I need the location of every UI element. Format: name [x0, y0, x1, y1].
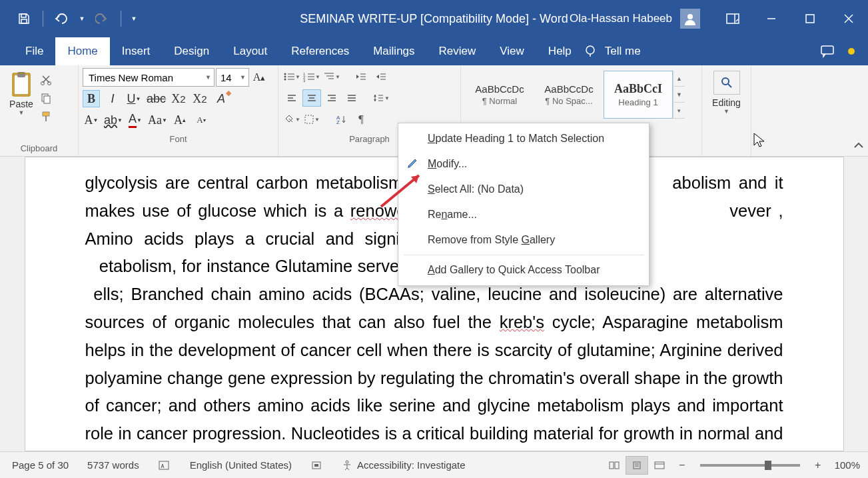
close-button[interactable]: [829, 0, 868, 37]
modify-icon: [406, 157, 418, 171]
save-button[interactable]: [12, 7, 36, 31]
grow-font-button[interactable]: A▴: [250, 69, 268, 86]
tab-help[interactable]: Help: [536, 37, 584, 65]
svg-point-19: [284, 73, 286, 75]
font-name-value: Times New Roman: [89, 72, 173, 83]
view-web-layout[interactable]: [648, 456, 671, 475]
status-macro-icon[interactable]: [310, 460, 322, 471]
bullets-button[interactable]: ▼: [282, 68, 301, 85]
change-case-button[interactable]: Aa ▼: [148, 111, 167, 129]
zoom-out-button[interactable]: −: [676, 459, 688, 471]
svg-rect-10: [821, 46, 833, 54]
svg-rect-72: [655, 462, 664, 469]
tab-design[interactable]: Design: [162, 37, 221, 65]
justify-button[interactable]: [342, 89, 361, 107]
svg-rect-63: [159, 461, 169, 469]
tab-layout[interactable]: Layout: [221, 37, 279, 65]
tab-home[interactable]: Home: [55, 37, 109, 65]
font-color2-button[interactable]: A▼: [83, 111, 100, 129]
status-language[interactable]: English (United States): [190, 459, 292, 471]
svg-point-20: [284, 76, 286, 78]
line-spacing-button[interactable]: ▼: [372, 89, 390, 107]
grow-font2-button[interactable]: A▴: [171, 111, 189, 129]
zoom-level[interactable]: 100%: [835, 459, 860, 471]
underline-button[interactable]: U ▼: [125, 90, 143, 107]
menu-modify[interactable]: Modify...: [398, 151, 649, 177]
menu-select-all[interactable]: Select All: (No Data): [398, 177, 649, 202]
tab-references[interactable]: References: [279, 37, 361, 65]
paste-label: Paste: [9, 99, 33, 109]
tell-me[interactable]: Tell me: [602, 45, 653, 58]
borders-button[interactable]: ▼: [302, 111, 321, 128]
italic-button[interactable]: I: [104, 90, 121, 107]
font-size-combo[interactable]: 14▼: [216, 68, 249, 87]
find-button[interactable]: [713, 71, 740, 95]
font-color-button[interactable]: A ▼: [127, 111, 144, 129]
tab-review[interactable]: Review: [427, 37, 488, 65]
redo-button[interactable]: [90, 7, 114, 31]
cut-button[interactable]: [39, 72, 53, 87]
menu-remove-gallery[interactable]: Remove from Style Gallery: [398, 227, 649, 253]
qat-customize[interactable]: ▼: [128, 7, 140, 31]
collapse-ribbon-button[interactable]: [853, 140, 864, 152]
font-name-combo[interactable]: Times New Roman▼: [83, 68, 215, 87]
style-no-spacing[interactable]: AaBbCcDc ¶ No Spac...: [534, 71, 604, 119]
maximize-button[interactable]: [791, 0, 829, 37]
view-read-mode[interactable]: [603, 456, 626, 475]
svg-point-21: [284, 79, 286, 81]
strikethrough-button[interactable]: abc: [147, 90, 166, 107]
style-heading-1[interactable]: AaBbCcI Heading 1: [604, 71, 673, 119]
format-painter-button[interactable]: [39, 109, 53, 124]
styles-scroll-up[interactable]: ▲: [673, 71, 685, 87]
undo-dropdown[interactable]: ▼: [77, 7, 87, 31]
show-marks-button[interactable]: ¶: [352, 111, 370, 128]
style-normal[interactable]: AaBbCcDc ¶ Normal: [465, 71, 534, 119]
avatar[interactable]: [680, 9, 700, 29]
increase-indent-button[interactable]: [372, 68, 390, 85]
svg-point-2: [687, 14, 693, 19]
undo-button[interactable]: [50, 7, 74, 31]
bold-button[interactable]: B: [83, 90, 100, 107]
tab-view[interactable]: View: [488, 37, 536, 65]
sort-button[interactable]: AZ: [332, 111, 350, 128]
align-right-button[interactable]: [322, 89, 341, 107]
align-center-button[interactable]: [302, 89, 321, 107]
styles-scroll-down[interactable]: ▼: [673, 87, 685, 103]
menu-update-to-match[interactable]: Update Heading 1 to Match Selection: [398, 126, 649, 151]
clear-formatting-button[interactable]: A◆: [213, 90, 230, 107]
decrease-indent-button[interactable]: [352, 68, 370, 85]
group-editing: Editing ▼: [702, 65, 751, 156]
zoom-slider[interactable]: [700, 464, 800, 467]
user-name[interactable]: Ola-Hassan Habeeb: [570, 12, 672, 25]
svg-rect-11: [14, 75, 29, 95]
comments-icon[interactable]: [820, 45, 835, 58]
tab-insert[interactable]: Insert: [110, 37, 163, 65]
view-print-layout[interactable]: [626, 456, 648, 475]
zoom-in-button[interactable]: +: [812, 459, 824, 471]
tab-file[interactable]: File: [13, 37, 55, 65]
shrink-font-button[interactable]: A▾: [193, 111, 210, 129]
menu-rename[interactable]: Rename...: [398, 202, 649, 227]
superscript-button[interactable]: X2: [191, 90, 209, 107]
pending-updates-dot[interactable]: [848, 48, 855, 55]
tab-mailings[interactable]: Mailings: [361, 37, 426, 65]
svg-rect-67: [610, 462, 614, 469]
status-words[interactable]: 5737 words: [87, 459, 139, 471]
minimize-button[interactable]: [752, 0, 791, 37]
shading-button[interactable]: ▼: [282, 111, 301, 128]
status-accessibility[interactable]: Accessibility: Investigate: [341, 459, 466, 471]
subscript-button[interactable]: X2: [170, 90, 187, 107]
align-left-button[interactable]: [282, 89, 301, 107]
ribbon-tabs: File Home Insert Design Layout Reference…: [0, 37, 868, 65]
phonetic-button[interactable]: ab▼: [104, 111, 123, 129]
paste-button[interactable]: [10, 71, 33, 97]
styles-more[interactable]: ▾: [673, 103, 685, 119]
svg-rect-12: [17, 72, 25, 77]
status-page[interactable]: Page 5 of 30: [12, 459, 69, 471]
copy-button[interactable]: [39, 91, 53, 105]
ribbon-display-options[interactable]: [713, 0, 752, 37]
menu-add-qat[interactable]: Add Gallery to Quick Access Toolbar: [398, 257, 649, 283]
numbering-button[interactable]: 123▼: [302, 68, 321, 85]
multilevel-button[interactable]: ▼: [322, 68, 341, 85]
status-spellcheck-icon[interactable]: [158, 460, 171, 471]
